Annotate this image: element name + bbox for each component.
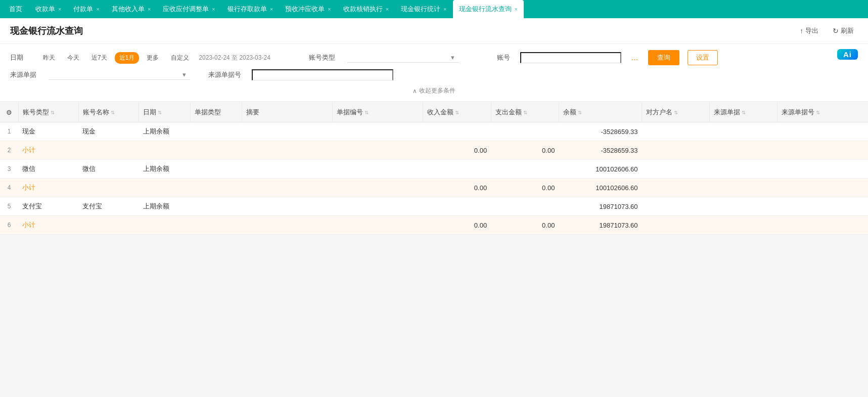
gear-icon[interactable]: ⚙: [6, 109, 12, 116]
sort-icon: ⇅: [674, 110, 678, 115]
col-date[interactable]: 日期 ⇅: [139, 103, 190, 122]
row-summary: [242, 160, 333, 179]
row-account-name: [78, 216, 139, 235]
nav-item-shoukuanzhixing[interactable]: 收款核销执行 ×: [337, 0, 395, 18]
export-icon: ↑: [800, 27, 803, 35]
close-icon[interactable]: ×: [386, 0, 389, 18]
close-icon[interactable]: ×: [96, 0, 99, 18]
account-type-select[interactable]: ▾: [347, 53, 459, 63]
row-summary: [242, 197, 333, 216]
row-no: 5: [0, 197, 18, 216]
row-expense: [491, 160, 559, 179]
row-summary: [242, 122, 333, 141]
row-balance: -3528659.33: [559, 141, 642, 160]
account-dots-button[interactable]: ...: [629, 53, 640, 62]
table-area: ⚙ 账号类型 ⇅ 账号名称 ⇅ 日期: [0, 103, 868, 235]
col-source-doc[interactable]: 来源单据 ⇅: [710, 103, 778, 122]
close-icon[interactable]: ×: [328, 0, 331, 18]
row-source-doc-no: [778, 197, 868, 216]
row-account-name: 支付宝: [78, 197, 139, 216]
row-counterpart: [642, 122, 709, 141]
row-income: 0.00: [423, 141, 491, 160]
col-doc-type[interactable]: 单据类型: [190, 103, 242, 122]
date-label: 日期: [10, 53, 30, 62]
table-row: 5 支付宝 支付宝 上期余额 19871073.60: [0, 197, 868, 216]
row-expense: 0.00: [491, 216, 559, 235]
ai-badge[interactable]: Ai: [837, 49, 858, 60]
close-icon[interactable]: ×: [270, 0, 273, 18]
export-button[interactable]: ↑ 导出: [796, 24, 823, 37]
row-counterpart: [642, 216, 709, 235]
row-account-type: 小计: [18, 216, 78, 235]
nav-item-fukuan[interactable]: 付款单 ×: [67, 0, 105, 18]
date-btn-today[interactable]: 今天: [63, 52, 84, 64]
col-source-doc-no[interactable]: 来源单据号 ⇅: [778, 103, 868, 122]
col-balance[interactable]: 余额 ⇅: [559, 103, 642, 122]
close-icon[interactable]: ×: [148, 0, 151, 18]
date-btn-7days[interactable]: 近7天: [87, 52, 112, 64]
account-input[interactable]: [520, 52, 621, 63]
settings-button[interactable]: 设置: [688, 50, 718, 65]
row-expense: 0.00: [491, 179, 559, 197]
col-gear[interactable]: ⚙: [0, 103, 18, 122]
close-icon[interactable]: ×: [212, 0, 215, 18]
row-source-doc: [710, 216, 778, 235]
source-doc-no-input[interactable]: [252, 69, 393, 80]
col-account-type[interactable]: 账号类型 ⇅: [18, 103, 78, 122]
col-counterpart[interactable]: 对方户名 ⇅: [642, 103, 709, 122]
row-summary: [242, 179, 333, 197]
row-income: [423, 122, 491, 141]
col-income[interactable]: 收入金额 ⇅: [423, 103, 491, 122]
row-balance: 19871073.60: [559, 216, 642, 235]
nav-item-yushouzhongyingshou[interactable]: 预收冲应收单 ×: [279, 0, 337, 18]
refresh-button[interactable]: ↻ 刷新: [829, 24, 858, 37]
row-account-type: 现金: [18, 122, 78, 141]
close-icon[interactable]: ×: [515, 0, 518, 18]
row-doc-no: [333, 179, 423, 197]
table-row-subtotal: 6 小计 0.00 0.00 19871073.60: [0, 216, 868, 235]
row-expense: [491, 197, 559, 216]
nav-item-yinhangcunkuan[interactable]: 银行存取款单 ×: [221, 0, 279, 18]
row-counterpart: [642, 197, 709, 216]
date-btn-1month[interactable]: 近1月: [115, 52, 140, 64]
source-doc-select[interactable]: ▾: [49, 70, 190, 80]
sort-icon: ⇅: [455, 110, 459, 115]
date-btn-yesterday[interactable]: 昨天: [38, 52, 60, 64]
close-icon[interactable]: ×: [443, 0, 446, 18]
row-account-name: 现金: [78, 122, 139, 141]
row-date: 上期余额: [139, 197, 190, 216]
table-row: 3 微信 微信 上期余额 100102606.60: [0, 160, 868, 179]
sort-icon: ⇅: [578, 110, 582, 115]
date-range-display: 2023-02-24 至 2023-03-24: [199, 54, 270, 62]
nav-item-shoudan[interactable]: 收款单 ×: [29, 0, 67, 18]
query-button[interactable]: 查询: [648, 50, 679, 65]
nav-item-qitashouru[interactable]: 其他收入单 ×: [106, 0, 157, 18]
date-options: 昨天 今天 近7天 近1月 更多 自定义 2023-02-24 至 2023-0…: [38, 52, 270, 64]
date-btn-custom[interactable]: 自定义: [166, 52, 194, 64]
row-source-doc: [710, 122, 778, 141]
row-account-name: [78, 179, 139, 197]
row-account-type: 支付宝: [18, 197, 78, 216]
account-type-label: 账号类型: [309, 53, 339, 62]
source-doc-label: 来源单据: [10, 70, 40, 79]
nav-item-yingshoutiaozheng[interactable]: 应收应付调整单 ×: [157, 0, 221, 18]
col-summary[interactable]: 摘要: [242, 103, 333, 122]
nav-item-xianjinyinhangliu[interactable]: 现金银行流水查询 ×: [453, 0, 524, 18]
row-account-name: [78, 141, 139, 160]
col-account-name[interactable]: 账号名称 ⇅: [78, 103, 139, 122]
nav-home[interactable]: 首页: [2, 0, 29, 18]
sort-icon: ⇅: [51, 110, 55, 115]
sort-icon: ⇅: [158, 110, 162, 115]
date-btn-more[interactable]: 更多: [142, 52, 163, 64]
nav-item-xianjinyinhangtongji[interactable]: 现金银行统计 ×: [395, 0, 452, 18]
close-icon[interactable]: ×: [58, 0, 61, 18]
col-doc-no[interactable]: 单据编号 ⇅: [333, 103, 423, 122]
table-row-subtotal: 4 小计 0.00 0.00 100102606.60: [0, 179, 868, 197]
row-doc-type: [190, 216, 242, 235]
collapse-bar[interactable]: ∧ 收起更多条件: [10, 84, 858, 97]
filter-row-date: 日期 昨天 今天 近7天 近1月 更多 自定义 2023-02-24 至 202…: [10, 50, 858, 65]
row-no: 6: [0, 216, 18, 235]
row-balance: -3528659.33: [559, 122, 642, 141]
row-source-doc: [710, 141, 778, 160]
col-expense[interactable]: 支出金额 ⇅: [491, 103, 559, 122]
